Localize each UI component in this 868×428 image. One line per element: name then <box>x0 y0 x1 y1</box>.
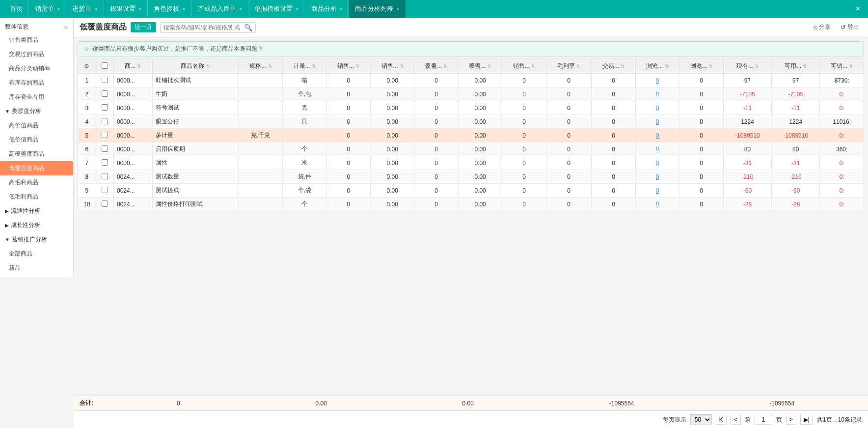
cell-browse1[interactable]: 0 <box>635 101 679 115</box>
nav-roles[interactable]: 角色授权 × <box>148 0 191 18</box>
cell-checkbox[interactable] <box>96 143 113 156</box>
col-unit[interactable]: 计量... ⇅ <box>283 59 326 74</box>
cell-checkbox[interactable] <box>96 184 113 198</box>
last-page-button[interactable]: ▶| <box>800 415 813 425</box>
col-sales-amt[interactable]: 销售... ⇅ <box>370 59 414 74</box>
col-trade[interactable]: 交易... ⇅ <box>592 59 635 74</box>
nav-permissions[interactable]: 权限设置 × <box>104 0 148 18</box>
row-checkbox[interactable] <box>102 159 108 166</box>
close-icon[interactable]: × <box>239 6 242 12</box>
close-icon[interactable]: × <box>340 6 343 12</box>
sidebar-section-category[interactable]: ▼ 类群度分析 <box>0 104 73 118</box>
close-icon[interactable]: × <box>94 6 97 12</box>
cell-checkbox[interactable] <box>96 87 113 101</box>
col-name[interactable]: 商品名称 ⇅ <box>152 59 239 74</box>
close-icon[interactable]: × <box>57 6 60 12</box>
sidebar-section-growth[interactable]: ▶ 成长性分析 <box>0 218 73 232</box>
close-icon[interactable]: × <box>296 6 298 12</box>
cell-browse1[interactable]: 0 <box>635 198 679 211</box>
row-checkbox[interactable] <box>102 77 108 83</box>
time-filter-button[interactable]: 近一月 <box>131 22 156 32</box>
cell-browse1[interactable]: 0 <box>635 115 679 129</box>
cell-checkbox[interactable] <box>96 198 113 211</box>
sort-icon: ⇅ <box>803 63 807 69</box>
col-sales-qty[interactable]: 销售... ⇅ <box>326 59 370 74</box>
row-checkbox[interactable] <box>102 118 108 124</box>
nav-sales[interactable]: 销货单 × <box>29 0 66 18</box>
cell-browse1[interactable]: 0 <box>635 143 679 156</box>
col-code[interactable]: 商... ⇅ <box>114 59 153 74</box>
sidebar-section-flow[interactable]: ▶ 流通性分析 <box>0 204 73 218</box>
cell-browse1[interactable]: 0 <box>635 156 679 170</box>
page-number-input[interactable] <box>755 415 772 425</box>
cell-checkbox[interactable] <box>96 74 113 87</box>
col-checkbox[interactable] <box>96 59 113 74</box>
sidebar-item-all-goods[interactable]: 全部商品 <box>0 247 73 261</box>
nav-finished-goods[interactable]: 产成品入库单 × <box>192 0 248 18</box>
cell-browse1[interactable]: 0 <box>635 170 679 184</box>
row-checkbox[interactable] <box>102 173 108 179</box>
sidebar-collapse-icon[interactable]: « <box>64 23 68 31</box>
col-sellable[interactable]: 可销... ⇅ <box>820 59 864 74</box>
row-checkbox[interactable] <box>102 132 108 138</box>
close-icon[interactable]: × <box>182 6 185 12</box>
col-spec[interactable]: 规格... ⇅ <box>239 59 282 74</box>
sidebar-item-high-value[interactable]: 高价值商品 <box>0 118 73 133</box>
close-icon[interactable]: × <box>396 6 399 12</box>
close-icon[interactable]: × <box>138 6 141 12</box>
cell-checkbox[interactable] <box>96 115 113 129</box>
first-page-button[interactable]: K <box>716 415 727 425</box>
nav-product-analysis-list[interactable]: 商品分析列表 × <box>349 0 406 18</box>
next-page-button[interactable]: > <box>786 415 796 425</box>
sidebar-item-low-margin[interactable]: 低毛利商品 <box>0 190 73 204</box>
cell-checkbox[interactable] <box>96 170 113 184</box>
col-stock[interactable]: 现有... ⇅ <box>723 59 771 74</box>
row-checkbox[interactable] <box>102 90 108 97</box>
cell-checkbox[interactable] <box>96 101 113 115</box>
nav-product-analysis[interactable]: 商品分析 × <box>305 0 349 18</box>
row-checkbox[interactable] <box>102 145 108 152</box>
nav-purchase[interactable]: 进货单 × <box>66 0 104 18</box>
prev-page-button[interactable]: < <box>731 415 741 425</box>
col-settings[interactable]: ⚙ <box>78 59 96 74</box>
table-wrapper[interactable]: ⚙ 商... ⇅ 商品名称 ⇅ 规格... ⇅ 计量... ⇅ 销售... ⇅ … <box>78 58 864 396</box>
sidebar-overall-section[interactable]: 整体信息 « <box>0 20 73 33</box>
row-checkbox[interactable] <box>102 187 108 193</box>
sidebar-item-category-sales-rate[interactable]: 商品分类动销率 <box>0 61 73 76</box>
col-sales3[interactable]: 销售... ⇅ <box>502 59 546 74</box>
select-all-checkbox[interactable] <box>102 62 108 69</box>
cell-checkbox[interactable] <box>96 129 113 143</box>
cell-browse1[interactable]: 0 <box>635 74 679 87</box>
cell-browse1[interactable]: 0 <box>635 184 679 198</box>
col-browse1[interactable]: 浏览... ⇅ <box>635 59 679 74</box>
sidebar-item-new-goods[interactable]: 新品 <box>0 261 73 275</box>
per-page-select[interactable]: 50 <box>690 414 712 425</box>
cell-browse1[interactable]: 0 <box>635 87 679 101</box>
export-button[interactable]: ↺ 导出 <box>838 22 862 33</box>
sidebar-item-low-value[interactable]: 低价值商品 <box>0 133 73 147</box>
search-icon[interactable]: 🔍 <box>244 24 252 31</box>
row-checkbox[interactable] <box>102 104 108 111</box>
col-cover2[interactable]: 覆盖... ⇅ <box>458 59 502 74</box>
sidebar-item-stock-capital[interactable]: 库存资金占用 <box>0 90 73 104</box>
col-cover1[interactable]: 覆盖... ⇅ <box>414 59 458 74</box>
settings-icon[interactable]: ⚙ <box>84 63 89 70</box>
cell-browse1[interactable]: 0 <box>635 129 679 143</box>
share-button[interactable]: ⎋ 分享 <box>811 22 834 33</box>
col-gross[interactable]: 毛利率 ⇅ <box>546 59 592 74</box>
search-input[interactable] <box>163 24 242 31</box>
nav-home[interactable]: 首页 <box>4 0 29 18</box>
sidebar-item-traded-goods[interactable]: 交易过的商品 <box>0 47 73 61</box>
sidebar-item-high-coverage[interactable]: 高覆盖度商品 <box>0 147 73 161</box>
row-checkbox[interactable] <box>102 200 108 207</box>
sidebar-item-sales-goods[interactable]: 销售类商品 <box>0 33 73 47</box>
sidebar-item-stock-goods[interactable]: 有库存的商品 <box>0 76 73 90</box>
window-close-button[interactable]: × <box>852 4 864 13</box>
sidebar-item-high-margin[interactable]: 高毛利商品 <box>0 175 73 190</box>
sidebar-item-low-coverage[interactable]: 低覆盖度商品 <box>0 161 73 175</box>
nav-template-settings[interactable]: 单据模板设置 × <box>248 0 305 18</box>
col-browse2[interactable]: 浏览... ⇅ <box>679 59 723 74</box>
sidebar-section-marketing[interactable]: ▼ 营销推广分析 <box>0 232 73 247</box>
col-avail[interactable]: 可用... ⇅ <box>772 59 820 74</box>
cell-checkbox[interactable] <box>96 156 113 170</box>
